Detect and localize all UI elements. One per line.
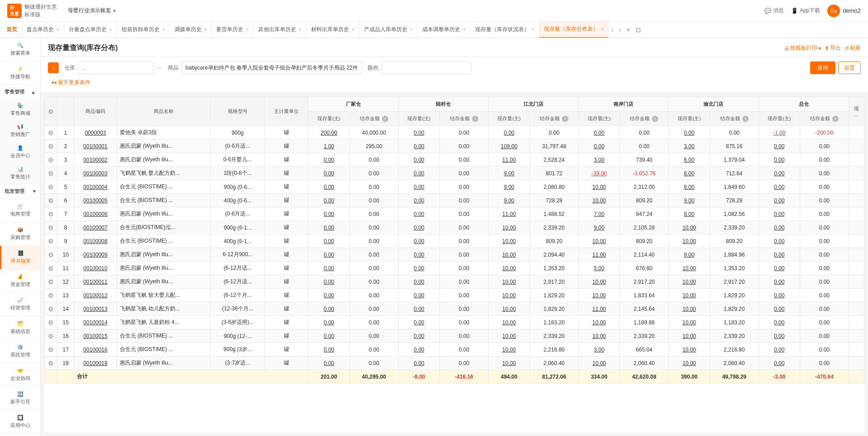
td-zc-stock[interactable]: -1.00 [759,126,800,140]
td-gear[interactable]: ⚙ [45,167,57,180]
tab-expand-btn[interactable]: ⊡ [633,26,644,33]
td-jbmd-stock[interactable]: 9.00 [488,194,529,207]
tab-stock-dist[interactable]: 现存量（库存分布表） × [539,22,609,38]
td-gear[interactable]: ⚙ [45,343,57,356]
td-zc-stock[interactable]: 0.00 [759,329,800,343]
td-zc-stock[interactable]: 0.00 [759,316,800,329]
td-gear[interactable]: ⚙ [45,153,57,167]
td-namd-stock[interactable]: 0.00 [579,126,620,140]
sidebar-item-finance[interactable]: 💰 资金管理 [0,269,40,292]
td-lcj-stock[interactable]: 0.00 [398,343,439,356]
td-ybmd-stock[interactable]: 10.00 [669,262,710,275]
app-download-btn[interactable]: 📱 App下载 [791,7,820,14]
td-jbmd-stock[interactable]: 10.00 [488,356,529,370]
td-namd-stock[interactable]: 10.00 [579,275,620,289]
td-jbmd-stock[interactable]: 10.00 [488,221,529,234]
row-settings-icon[interactable]: ⚙ [48,265,54,272]
td-fcj-stock[interactable]: 0.00 [308,262,349,275]
td-code[interactable]: 00100006 [74,207,117,221]
goods-input[interactable] [181,61,362,74]
tab-stock-dist-close[interactable]: × [601,27,604,32]
table-wrapper[interactable]: ⚙ 商品编码 商品名称 规格型号 主计量单位 厂家仓 陆村仓 江北门店 南岸门店… [44,97,864,432]
tab-stock-status-close[interactable]: × [532,27,535,32]
tab-next-btn[interactable]: › [616,26,624,33]
expand-filter-btn[interactable]: ▾▾ 展开更多条件 [48,77,861,88]
filter-toggle-btn[interactable]: › [48,62,59,73]
td-namd-stock[interactable]: 10.00 [579,194,620,207]
row-settings-icon[interactable]: ⚙ [48,346,54,353]
sidebar-item-retail-stats[interactable]: 📊 零售统计 [0,163,40,184]
table-settings-icon[interactable]: ⚙ [48,108,54,115]
tab-productin-close[interactable]: × [410,27,413,32]
td-lcj-stock[interactable]: 0.00 [398,221,439,234]
td-fcj-stock[interactable]: 0.00 [308,194,349,207]
tab-materialout-close[interactable]: × [352,27,354,32]
td-lcj-stock[interactable]: 0.00 [398,289,439,302]
td-jbmd-stock[interactable]: 10.00 [488,343,529,356]
td-code[interactable]: 00100012 [74,289,117,302]
td-lcj-stock[interactable]: 0.00 [398,207,439,221]
row-settings-icon[interactable]: ⚙ [48,360,54,367]
sidebar-item-search[interactable]: 🔍 搜索英单 [0,38,40,61]
info-icon-2[interactable]: i [472,116,478,122]
td-fcj-stock[interactable]: 0.00 [308,356,349,370]
td-zc-stock[interactable]: 0.00 [759,153,800,167]
color-input[interactable] [381,61,472,74]
td-code[interactable]: 00100011 [74,275,117,289]
tab-assembledetach-close[interactable]: × [162,27,165,32]
td-jbmd-stock[interactable]: 11.00 [488,207,529,221]
td-gear[interactable]: ⚙ [45,207,57,221]
td-fcj-stock[interactable]: 0.00 [308,180,349,194]
tab-materialout[interactable]: 材料出库单历史 × [307,22,359,38]
td-code[interactable]: 00100013 [74,302,117,316]
td-zc-stock[interactable]: 0.00 [759,356,800,370]
td-zc-stock[interactable]: 0.00 [759,140,800,153]
tab-purchase[interactable]: 要货单历史 × [212,22,254,38]
row-settings-icon[interactable]: ⚙ [48,251,54,258]
td-code[interactable]: 00100010 [74,262,117,275]
row-settings-icon[interactable]: ⚙ [48,197,54,204]
tab-stock-status[interactable]: 现存量（库存状况表） × [471,22,540,38]
row-settings-icon[interactable]: ⚙ [48,278,54,286]
info-icon-3[interactable]: i [562,116,568,122]
row-settings-icon[interactable]: ⚙ [48,319,54,326]
td-lcj-stock[interactable]: 0.00 [398,167,439,180]
tab-otherout-close[interactable]: × [299,27,302,32]
user-area[interactable]: Ea demo2 [827,5,861,17]
td-zc-stock[interactable]: 0.00 [759,343,800,356]
td-lcj-stock[interactable]: 0.00 [398,248,439,262]
td-ybmd-stock[interactable]: 10.00 [669,329,710,343]
td-jbmd-stock[interactable]: 0.00 [488,126,529,140]
td-jbmd-stock[interactable]: 10.00 [488,302,529,316]
td-zc-stock[interactable]: 0.00 [759,289,800,302]
message-btn[interactable]: 💬 消息 [764,7,784,14]
td-namd-stock[interactable]: 11.00 [579,302,620,316]
td-lcj-stock[interactable]: 0.00 [398,356,439,370]
td-fcj-stock[interactable]: 0.00 [308,329,349,343]
td-code[interactable]: 00100016 [74,343,117,356]
sidebar-item-ops[interactable]: 📈 经营管理 [0,293,40,316]
td-fcj-stock[interactable]: 0.00 [308,153,349,167]
td-fcj-stock[interactable]: 200.00 [308,126,349,140]
warehouse-input[interactable] [78,61,154,74]
search-btn[interactable]: 查询 [810,61,835,74]
info-icon-4[interactable]: i [652,116,658,122]
row-settings-icon[interactable]: ⚙ [48,333,54,340]
sidebar-item-ecom[interactable]: 🛒 电商管理 [0,199,40,222]
sidebar-group-wholesale[interactable]: 批发管理 ▾ [0,184,40,198]
td-jbmd-stock[interactable]: 10.00 [488,329,529,343]
td-namd-stock[interactable]: 10.00 [579,329,620,343]
info-icon-6[interactable]: i [832,116,839,122]
sidebar-item-member[interactable]: 👤 会员中心 [0,141,40,163]
td-namd-stock[interactable]: 10.00 [579,180,620,194]
td-ybmd-stock[interactable]: 0.00 [669,126,710,140]
tab-otherout[interactable]: 其他出库单历史 × [254,22,307,38]
td-gear[interactable]: ⚙ [45,329,57,343]
td-zc-stock[interactable]: 0.00 [759,248,800,262]
td-gear[interactable]: ⚙ [45,180,57,194]
tab-splitstocktake-close[interactable]: × [109,27,112,32]
td-ybmd-stock[interactable]: 10.00 [669,234,710,248]
td-namd-stock[interactable]: 10.00 [579,234,620,248]
tab-costadjust[interactable]: 成本调整单历史 × [418,22,471,38]
td-ybmd-stock[interactable]: 9.00 [669,194,710,207]
